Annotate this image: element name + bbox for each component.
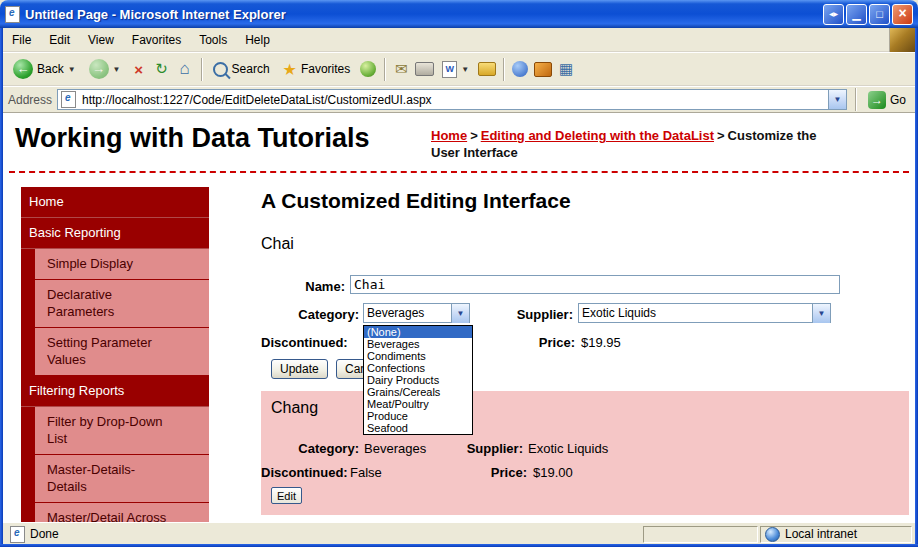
- option-meat-poultry[interactable]: Meat/Poultry: [364, 398, 472, 410]
- status-zone-label: Local intranet: [785, 527, 857, 541]
- category-dropdown-icon[interactable]: ▼: [451, 304, 469, 323]
- sidebar-item-declarative-parameters[interactable]: Declarative Parameters: [35, 280, 209, 328]
- close-button[interactable]: ×: [892, 4, 913, 25]
- discuss-icon: [478, 62, 496, 76]
- back-dropdown-icon[interactable]: ▼: [68, 65, 76, 74]
- name-input[interactable]: [350, 275, 840, 294]
- update-button[interactable]: Update: [271, 359, 328, 379]
- forward-button[interactable]: → ▼: [84, 57, 126, 81]
- quick-launch-button[interactable]: ▦: [556, 59, 576, 79]
- discontinued-value: False: [350, 465, 382, 480]
- menu-edit[interactable]: Edit: [40, 29, 79, 51]
- supplier-dropdown-icon[interactable]: ▼: [812, 304, 830, 323]
- favorites-button[interactable]: ★ Favorites: [278, 58, 356, 81]
- ie-page-icon: [5, 6, 20, 23]
- option-none[interactable]: (None): [364, 326, 472, 338]
- menu-tools[interactable]: Tools: [190, 29, 236, 51]
- back-button[interactable]: ← Back ▼: [8, 57, 81, 81]
- word-icon: W: [442, 61, 457, 78]
- favorites-label: Favorites: [301, 62, 350, 76]
- sidebar-nav: Home Basic Reporting Simple Display Decl…: [21, 187, 209, 522]
- messenger-button[interactable]: [510, 59, 530, 79]
- sidebar-item-master-details-details[interactable]: Master-Details- Details: [35, 455, 209, 503]
- sidebar-item-master-detail-two-pages[interactable]: Master/Detail Across Two Pages: [35, 503, 209, 522]
- mobile-favorites-icon: [534, 62, 552, 77]
- option-beverages[interactable]: Beverages: [364, 338, 472, 350]
- sidebar-item-simple-display[interactable]: Simple Display: [35, 249, 209, 280]
- price-label: Price:: [457, 465, 527, 480]
- go-icon: →: [868, 91, 886, 109]
- toolbar: ← Back ▼ → ▼ × ↻ ⌂ Search ★ Favorites ✉ …: [3, 52, 915, 86]
- site-title: Working with Data Tutorials: [15, 123, 370, 154]
- stop-button[interactable]: ×: [129, 59, 149, 79]
- toolbar-separator: [201, 58, 202, 81]
- price-label: Price:: [503, 335, 575, 350]
- supplier-select[interactable]: Exotic Liquids ▼: [578, 303, 831, 323]
- address-input[interactable]: [80, 91, 824, 109]
- browser-window: Untitled Page - Microsoft Internet Explo…: [0, 0, 918, 547]
- address-dropdown-icon[interactable]: ▼: [828, 90, 846, 109]
- name-label: Name:: [261, 279, 345, 294]
- edit-button[interactable]: Edit: [271, 487, 302, 504]
- category-label: Category:: [261, 441, 359, 456]
- sidebar-item-filtering-reports[interactable]: Filtering Reports: [21, 376, 209, 407]
- refresh-button[interactable]: ↻: [152, 59, 172, 79]
- page-favicon: [61, 91, 76, 108]
- edit-dropdown-icon[interactable]: ▼: [461, 65, 469, 74]
- discontinued-label: Discontinued:: [261, 465, 345, 480]
- discontinued-label: Discontinued:: [261, 335, 345, 350]
- option-produce[interactable]: Produce: [364, 410, 472, 422]
- option-dairy-products[interactable]: Dairy Products: [364, 374, 472, 386]
- mobile-favorites-button[interactable]: [533, 59, 553, 79]
- favorites-star-icon: ★: [283, 60, 297, 79]
- breadcrumb-separator: >: [717, 128, 725, 143]
- option-seafood[interactable]: Seafood: [364, 422, 472, 434]
- discuss-button[interactable]: [477, 59, 497, 79]
- supplier-label: Supplier:: [471, 307, 573, 322]
- home-button[interactable]: ⌂: [175, 59, 195, 79]
- stop-icon: ×: [134, 61, 143, 78]
- forward-dropdown-icon[interactable]: ▼: [113, 65, 121, 74]
- go-button[interactable]: → Go: [864, 91, 910, 109]
- sidebar-item-basic-reporting[interactable]: Basic Reporting: [21, 218, 209, 249]
- address-label: Address: [8, 93, 52, 107]
- category-label: Category:: [261, 307, 359, 322]
- messenger-icon: [512, 61, 528, 77]
- page-content: Working with Data Tutorials Home>Editing…: [3, 113, 915, 522]
- search-button[interactable]: Search: [208, 60, 275, 79]
- price-value: $19.95: [581, 335, 621, 350]
- ie-logo-brick: [889, 28, 915, 52]
- option-confections[interactable]: Confections: [364, 362, 472, 374]
- menu-view[interactable]: View: [79, 29, 123, 51]
- refresh-icon: ↻: [155, 60, 168, 78]
- menu-favorites[interactable]: Favorites: [123, 29, 190, 51]
- window-arrows-button[interactable]: ◀▶: [823, 4, 844, 25]
- option-condiments[interactable]: Condiments: [364, 350, 472, 362]
- edit-with-word-button[interactable]: W ▼: [437, 59, 474, 80]
- breadcrumb-home-link[interactable]: Home: [431, 128, 467, 143]
- menu-help[interactable]: Help: [236, 29, 279, 51]
- title-bar[interactable]: Untitled Page - Microsoft Internet Explo…: [0, 0, 918, 28]
- toolbar-separator: [384, 58, 385, 81]
- go-label: Go: [890, 93, 906, 107]
- price-value: $19.00: [533, 465, 573, 480]
- category-options-list: (None) Beverages Condiments Confections …: [363, 325, 473, 435]
- history-button[interactable]: [358, 59, 378, 79]
- address-box: ▼: [57, 89, 847, 110]
- sidebar-item-home[interactable]: Home: [21, 187, 209, 218]
- sidebar-item-filter-by-dropdown-list[interactable]: Filter by Drop-Down List: [35, 407, 209, 455]
- breadcrumb-section-link[interactable]: Editing and Deleting with the DataList: [481, 128, 714, 143]
- maximize-button[interactable]: □: [869, 4, 890, 25]
- address-bar: Address ▼ → Go: [3, 86, 915, 113]
- sidebar-item-setting-parameter-values[interactable]: Setting Parameter Values: [35, 328, 209, 376]
- status-message: Done: [30, 527, 59, 541]
- home-icon: ⌂: [179, 59, 189, 79]
- print-icon: [415, 62, 434, 76]
- category-select[interactable]: Beverages ▼: [363, 303, 470, 323]
- menu-file[interactable]: File: [3, 29, 40, 51]
- supplier-label: Supplier:: [421, 441, 523, 456]
- mail-button[interactable]: ✉: [391, 59, 411, 79]
- minimize-button[interactable]: ▁: [846, 4, 867, 25]
- option-grains-cereals[interactable]: Grains/Cereals: [364, 386, 472, 398]
- print-button[interactable]: [414, 59, 434, 79]
